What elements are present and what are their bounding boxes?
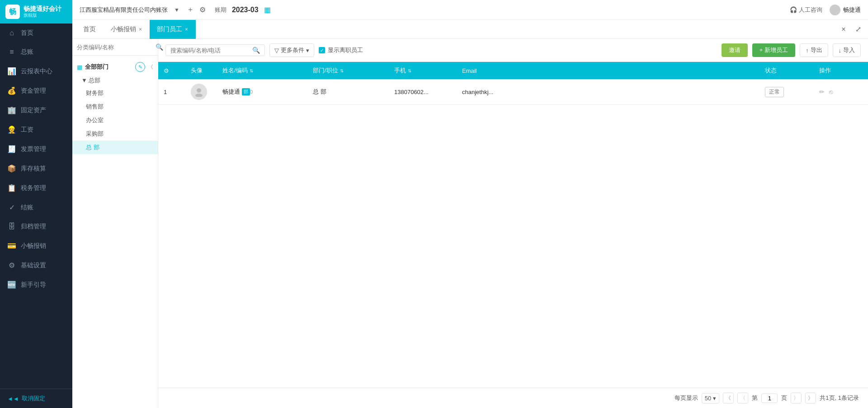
- add-employee-button[interactable]: + 新增员工: [752, 43, 795, 57]
- period-value[interactable]: 2023-03: [232, 6, 259, 14]
- export-button[interactable]: ↑ 导出: [800, 43, 828, 57]
- show-resigned-checkbox[interactable]: ✓: [319, 47, 325, 53]
- dept-caiwubu[interactable]: 财务部: [72, 86, 158, 100]
- inventory-icon: 📦: [7, 164, 16, 173]
- employee-code: 0: [250, 89, 253, 95]
- topbar-right: 🎧 人工咨询 畅捷通: [790, 5, 861, 15]
- tab-department-close[interactable]: ×: [185, 26, 188, 33]
- sidebar-item-invoice-label: 发票管理: [21, 145, 46, 153]
- filter-icon: ▽: [274, 47, 279, 54]
- tab-expense-label: 小畅报销: [111, 25, 136, 33]
- logo-text-block: 畅捷通好会计 旗舰版: [24, 5, 61, 19]
- payroll-icon: 👷: [7, 125, 16, 134]
- all-departments-header[interactable]: ▦ 全部部门 ✎ 《: [72, 59, 158, 75]
- page-number-input[interactable]: [761, 394, 778, 403]
- sidebar-item-tax-label: 税务管理: [21, 184, 46, 192]
- employee-email: chanjethkj...: [462, 89, 493, 95]
- sidebar-item-tax[interactable]: 📋 税务管理: [0, 178, 72, 198]
- home-icon: ⌂: [7, 29, 16, 37]
- col-phone[interactable]: 手机 ⇅: [389, 62, 457, 79]
- show-resigned-toggle[interactable]: ✓ 显示离职员工: [319, 46, 363, 54]
- last-page-button[interactable]: 》: [805, 393, 816, 403]
- dept-caigoubu[interactable]: 采购部: [72, 127, 158, 141]
- tab-home-label: 首页: [83, 25, 96, 33]
- dept-xiaoshoubu[interactable]: 销售部: [72, 100, 158, 114]
- main-area: 江西服宝精品有限责任公司内账张 ▼ ＋ ⚙ 账期 2023-03 ▦ 🎧 人工咨…: [72, 0, 868, 408]
- service-button[interactable]: 🎧 人工咨询: [790, 6, 822, 14]
- col-name-label: 姓名/编码: [222, 66, 248, 75]
- funds-icon: 💰: [7, 86, 16, 95]
- col-settings[interactable]: ⚙: [158, 62, 185, 79]
- edit-employee-button[interactable]: ✏: [819, 88, 825, 95]
- per-page-select[interactable]: 50 ▾: [702, 393, 719, 403]
- guide-icon: 🆕: [7, 280, 16, 289]
- user-profile[interactable]: 畅捷通: [830, 5, 861, 15]
- col-name[interactable]: 姓名/编码 ⇅: [217, 62, 307, 79]
- action-icons: ✏ ⎋: [819, 88, 833, 95]
- tab-expense-close[interactable]: ×: [139, 26, 142, 33]
- logout-employee-button[interactable]: ⎋: [829, 88, 833, 95]
- sidebar-logo[interactable]: 畅 畅捷通好会计 旗舰版: [0, 0, 72, 24]
- cell-email: chanjethkj...: [457, 79, 760, 104]
- sidebar-item-archive[interactable]: 🗄 归档管理: [0, 217, 72, 236]
- cancel-fixed-button[interactable]: ◄◄ 取消固定: [0, 389, 72, 408]
- col-dept[interactable]: 部门/职位 ⇅: [307, 62, 389, 79]
- sidebar-item-inventory[interactable]: 📦 库存核算: [0, 159, 72, 178]
- filter-button[interactable]: ▽ 更多条件 ▾: [269, 43, 314, 57]
- sidebar-item-ledger[interactable]: ≡ 总账: [0, 43, 72, 62]
- sidebar-item-guide-label: 新手引导: [21, 281, 46, 289]
- cell-avatar: [185, 79, 217, 104]
- invite-button[interactable]: 邀请: [722, 43, 748, 57]
- dept-collapse-icon[interactable]: 《: [148, 63, 153, 71]
- sidebar-item-payroll[interactable]: 👷 工资: [0, 120, 72, 139]
- tab-department[interactable]: 部门员工 ×: [150, 20, 196, 39]
- employee-search-icon[interactable]: 🔍: [252, 47, 260, 54]
- tabs-actions: × ⤢: [837, 23, 864, 36]
- sidebar-item-settings[interactable]: ⚙ 基础设置: [0, 256, 72, 275]
- svg-point-0: [197, 88, 201, 93]
- topbar: 江西服宝精品有限责任公司内账张 ▼ ＋ ⚙ 账期 2023-03 ▦ 🎧 人工咨…: [72, 0, 868, 20]
- dept-bangongshi[interactable]: 办公室: [72, 114, 158, 127]
- first-page-button[interactable]: 《: [723, 393, 734, 403]
- cell-phone: 138070602...: [389, 79, 457, 104]
- grid-icon: ▦: [77, 64, 82, 71]
- employee-search-input[interactable]: [170, 47, 250, 54]
- next-page-button[interactable]: 〉: [791, 393, 802, 403]
- company-settings-icon[interactable]: ⚙: [199, 5, 206, 14]
- col-phone-label: 手机: [394, 66, 406, 75]
- dept-zongbu-item[interactable]: 总 部: [72, 141, 158, 154]
- col-phone-sort-icon: ⇅: [408, 68, 411, 73]
- sidebar-item-expense[interactable]: 💳 小畅报销: [0, 236, 72, 256]
- employee-table: ⚙ 头像 姓名/编码 ⇅ 部门/职位 ⇅ 手机 ⇅: [158, 62, 868, 388]
- company-name[interactable]: 江西服宝精品有限责任公司内账张: [80, 6, 168, 14]
- employee-dept: 总 部: [313, 88, 326, 96]
- close-tab-button[interactable]: ×: [837, 23, 850, 36]
- sidebar-item-funds[interactable]: 💰 资金管理: [0, 81, 72, 100]
- sidebar-item-assets[interactable]: 🏢 固定资产: [0, 100, 72, 120]
- sidebar-item-close[interactable]: ✓ 结账: [0, 198, 72, 217]
- sidebar-item-close-label: 结账: [21, 204, 33, 212]
- sidebar-item-ledger-label: 总账: [21, 48, 33, 56]
- prev-page-button[interactable]: 〈: [737, 393, 748, 403]
- import-label: 导入: [843, 46, 855, 54]
- dept-zongbu-label[interactable]: ▼ 总部: [72, 75, 158, 86]
- table-row: 1 畅捷通 部 0 总 部: [158, 79, 868, 105]
- import-button[interactable]: ↓ 导入: [833, 43, 861, 57]
- per-page-label: 每页显示: [675, 394, 698, 402]
- tab-home[interactable]: 首页: [76, 20, 104, 39]
- sidebar-item-guide[interactable]: 🆕 新手引导: [0, 275, 72, 294]
- company-dropdown-icon[interactable]: ▼: [174, 7, 179, 13]
- cell-index: 1: [158, 79, 185, 104]
- sidebar-item-invoice[interactable]: 🧾 发票管理: [0, 139, 72, 159]
- sidebar-item-home[interactable]: ⌂ 首页: [0, 24, 72, 43]
- dept-search-input[interactable]: [77, 44, 153, 51]
- filter-chevron-icon: ▾: [306, 47, 309, 54]
- dept-edit-button[interactable]: ✎: [135, 62, 145, 72]
- import-icon: ↓: [839, 47, 842, 54]
- expand-tab-button[interactable]: ⤢: [852, 23, 864, 36]
- sidebar: 畅 畅捷通好会计 旗舰版 ⌂ 首页 ≡ 总账 📊 云报表中心 💰 资金管理 🏢 …: [0, 0, 72, 408]
- add-company-icon[interactable]: ＋: [187, 5, 194, 14]
- calendar-icon[interactable]: ▦: [264, 5, 271, 14]
- tab-expense[interactable]: 小畅报销 ×: [104, 20, 150, 39]
- sidebar-item-reports[interactable]: 📊 云报表中心: [0, 62, 72, 81]
